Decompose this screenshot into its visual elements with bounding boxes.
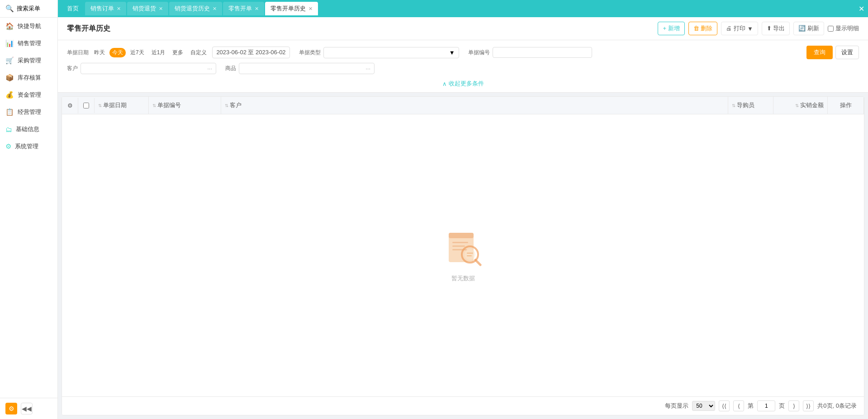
pagination: 每页显示 50 10 20 100 ⟨⟨ ⟨ 第 页 ⟩ ⟩⟩ 共0页, 0条记… (62, 396, 864, 415)
doc-type-filter: 单据类型 ▼ (299, 47, 459, 58)
filter-row-2: 客户 ··· 商品 ··· (67, 63, 859, 74)
settings-gear-button[interactable]: ⚙ (5, 403, 17, 414)
table-header: ⚙ ⇅ 单据日期 ⇅ 单据编号 ⇅ 客户 ⇅ (62, 97, 864, 114)
collapse-up-icon: ∧ (442, 80, 447, 87)
date-shortcut-today[interactable]: 今天 (109, 48, 126, 57)
page-size-select[interactable]: 50 10 20 100 (692, 401, 715, 411)
doc-no-input[interactable] (493, 47, 592, 58)
delete-button[interactable]: 🗑 删除 (688, 22, 718, 35)
th-order-no[interactable]: ⇅ 单据编号 (149, 97, 221, 114)
settings-button[interactable]: 设置 (835, 46, 859, 59)
tab-home[interactable]: 首页 (62, 2, 84, 15)
empty-text: 暂无数据 (451, 274, 475, 282)
window-close-button[interactable]: ✕ (859, 5, 864, 13)
doc-no-label: 单据编号 (468, 49, 490, 56)
tab-retail-open[interactable]: 零售开单 ✕ (223, 2, 264, 15)
search-btn[interactable]: 🔍 搜索采单 (0, 0, 57, 18)
tab-bar-right: ✕ (859, 5, 864, 13)
th-date-label: 单据日期 (103, 101, 127, 109)
th-action-label: 操作 (840, 101, 852, 109)
add-button[interactable]: + 新增 (658, 22, 684, 35)
export-button[interactable]: ⬆ 导出 (762, 22, 790, 35)
print-button[interactable]: 🖨 打印 ▼ (721, 22, 758, 35)
th-action: 操作 (828, 97, 864, 114)
customer-dots-icon: ··· (207, 65, 212, 72)
display-cols-label: 显示明细 (828, 24, 859, 33)
tab-bar: 首页 销售订单 ✕ 销货退货 ✕ 销货退货历史 ✕ 零售开单 ✕ 零售开单历史 … (58, 0, 868, 17)
tab-sales-order[interactable]: 销售订单 ✕ (85, 2, 126, 15)
tab-retail-hist-close[interactable]: ✕ (308, 6, 313, 12)
display-cols-checkbox[interactable] (828, 26, 834, 32)
sidebar-item-label: 系统管理 (15, 142, 38, 151)
sidebar-bottom: ⚙ ◀◀ (0, 398, 57, 419)
page-size-label: 每页显示 (665, 402, 688, 410)
tab-sales-return-hist-close[interactable]: ✕ (213, 6, 217, 12)
sidebar-item-operations[interactable]: 📋 经营管理 (0, 104, 57, 121)
select-all-checkbox[interactable] (83, 103, 89, 108)
print-button-label: 🖨 打印 (726, 24, 745, 33)
sidebar-item-finance[interactable]: 💰 资金管理 (0, 86, 57, 104)
goods-select[interactable]: ··· (239, 63, 375, 74)
sidebar-item-label: 快捷导航 (18, 22, 41, 30)
last-page-button[interactable]: ⟩⟩ (803, 400, 814, 411)
doc-type-dropdown-icon: ▼ (449, 49, 455, 56)
date-shortcut-7days[interactable]: 近7天 (128, 48, 147, 57)
sidebar-item-label: 采购管理 (18, 56, 41, 65)
tab-retail-hist-label: 零售开单历史 (270, 5, 306, 13)
svg-line-7 (475, 260, 480, 265)
date-shortcut-more[interactable]: 更多 (170, 48, 186, 57)
goods-dots-icon: ··· (365, 65, 370, 72)
date-shortcut-custom[interactable]: 自定义 (188, 48, 209, 57)
tab-sales-order-label: 销售订单 (90, 5, 114, 13)
tab-sales-return-hist[interactable]: 销货退货历史 ✕ (169, 2, 222, 15)
th-customer-sort-icon: ⇅ (225, 103, 228, 108)
page-header: 零售开单历史 + 新增 🗑 删除 🖨 打印 ▼ ⬆ 导出 🔄 刷新 (58, 17, 868, 40)
sidebar-item-inventory[interactable]: 📦 库存核算 (0, 69, 57, 86)
tab-retail-open-close[interactable]: ✕ (255, 6, 259, 12)
next-page-button[interactable]: ⟩ (788, 400, 799, 411)
sidebar-item-label: 经营管理 (18, 108, 41, 116)
sidebar-item-sales-mgmt[interactable]: 📊 销售管理 (0, 35, 57, 52)
sidebar-item-sys-mgmt[interactable]: ⚙ 系统管理 (0, 138, 57, 155)
th-guide[interactable]: ⇅ 导购员 (728, 97, 773, 114)
th-amount[interactable]: ⇅ 实销金额 (773, 97, 828, 114)
th-date[interactable]: ⇅ 单据日期 (95, 97, 149, 114)
collapse-more-btn[interactable]: ∧ 收起更多条件 (67, 78, 859, 89)
th-gear[interactable]: ⚙ (62, 98, 78, 113)
sidebar-item-purchase-mgmt[interactable]: 🛒 采购管理 (0, 52, 57, 69)
tab-sales-return-close[interactable]: ✕ (159, 6, 163, 12)
gear-nav-icon: ⚙ (5, 142, 11, 151)
current-page-input[interactable] (757, 400, 775, 411)
money-icon: 💰 (5, 91, 14, 99)
tab-sales-order-close[interactable]: ✕ (117, 6, 121, 12)
refresh-button[interactable]: 🔄 刷新 (793, 22, 824, 35)
customer-select[interactable]: ··· (81, 63, 216, 74)
sidebar-collapse-button[interactable]: ◀◀ (21, 403, 33, 414)
print-dropdown-icon[interactable]: ▼ (747, 25, 753, 32)
date-shortcut-yesterday[interactable]: 昨天 (91, 48, 108, 57)
date-range-input[interactable]: 2023-06-02 至 2023-06-02 (212, 47, 289, 58)
date-range-text: 2023-06-02 至 2023-06-02 (216, 48, 285, 56)
page-word: 第 (748, 402, 754, 410)
prev-page-button[interactable]: ⟨ (733, 400, 744, 411)
doc-type-label: 单据类型 (299, 49, 321, 56)
th-check[interactable] (78, 98, 95, 113)
refresh-button-label: 🔄 刷新 (798, 24, 819, 33)
date-shortcut-1month[interactable]: 近1月 (149, 48, 168, 57)
tab-retail-hist[interactable]: 零售开单历史 ✕ (265, 2, 318, 15)
tab-sales-return-label: 销货退货 (133, 5, 156, 13)
th-customer[interactable]: ⇅ 客户 (221, 97, 728, 114)
tab-sales-return[interactable]: 销货退货 ✕ (127, 2, 168, 15)
date-shortcuts: 昨天 今天 近7天 近1月 更多 自定义 (91, 48, 209, 57)
doc-no-filter: 单据编号 (468, 47, 592, 58)
first-page-button[interactable]: ⟨⟨ (719, 400, 730, 411)
sidebar-item-label: 基础信息 (16, 125, 39, 133)
sidebar-item-basic-info[interactable]: 🗂 基础信息 (0, 121, 57, 138)
th-order-no-label: 单据编号 (157, 101, 181, 109)
sidebar-item-quick-nav[interactable]: 🏠 快捷导航 (0, 18, 57, 35)
doc-type-select[interactable]: ▼ (323, 47, 459, 58)
svg-point-6 (465, 249, 475, 260)
th-customer-label: 客户 (230, 101, 242, 109)
query-button[interactable]: 查询 (806, 46, 833, 59)
home-icon: 🏠 (5, 22, 14, 30)
